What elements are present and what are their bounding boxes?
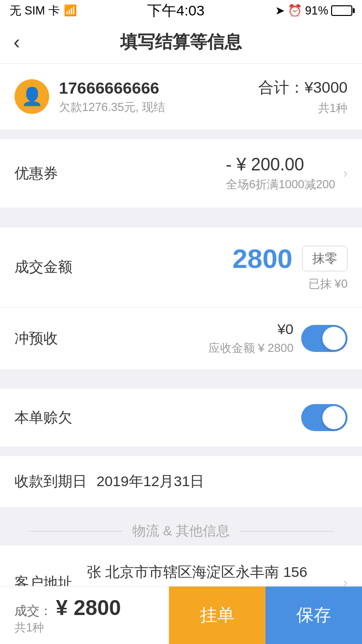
customer-phone: 17666666666 [59,79,165,98]
bottom-deal-label: 成交： [14,603,52,618]
nav-bar: ‹ 填写结算等信息 [0,21,362,64]
alarm-icon: ⏰ [288,4,302,17]
coupon-chevron-icon: › [343,166,348,181]
coupon-label: 优惠券 [14,164,58,183]
logistics-divider: 物流 & 其他信息 [0,517,362,546]
customer-right: 合计：¥3000 共1种 [258,77,348,116]
sim-label: 无 SIM 卡 [10,3,60,18]
customer-left: 👤 17666666666 欠款1276.35元, 现结 [14,79,165,115]
deal-right: 2800 抹零 已抹 ¥0 [232,243,348,292]
duedate-value: 2019年12月31日 [97,472,204,491]
prepay-right: ¥0 应收金额 ¥ 2800 [209,321,293,356]
coupon-right: - ¥ 200.00 全场6折满1000减200 › [226,154,348,192]
customer-info: 17666666666 欠款1276.35元, 现结 [59,79,165,115]
toggle-knob [322,327,346,350]
status-right: ➤ ⏰ 91% [275,4,352,17]
total-amount: 合计：¥3000 [258,77,348,98]
pending-button[interactable]: 挂单 [169,587,265,644]
prepay-amount: ¥0 [278,321,293,337]
back-button[interactable]: ‹ [14,31,20,53]
divider-1 [0,218,362,227]
battery-percent: 91% [305,4,328,17]
status-time: 下午4:03 [147,1,204,21]
coupon-discount: - ¥ 200.00 [226,154,335,175]
battery-icon [331,5,352,16]
avatar-icon: 👤 [21,86,43,107]
credit-toggle[interactable] [301,404,348,431]
customer-debt: 欠款1276.35元, 现结 [59,99,165,115]
deal-label: 成交金额 [14,257,72,277]
already-round: 已抹 ¥0 [232,276,348,292]
deal-value: 2800 [232,243,292,274]
bottom-left: 成交： ¥ 2800 共1种 [0,596,169,635]
prepay-label: 冲预收 [14,329,58,349]
status-bar: 无 SIM 卡 📶 下午4:03 ➤ ⏰ 91% [0,0,362,21]
avatar: 👤 [14,79,49,114]
prepay-right-wrap: ¥0 应收金额 ¥ 2800 [209,321,348,356]
credit-row: 本单赊欠 [0,389,362,447]
total-count: 共1种 [258,100,348,116]
coupon-value-wrap: - ¥ 200.00 全场6折满1000减200 [226,154,335,192]
page-title: 填写结算等信息 [120,30,242,54]
divider-2 [0,379,362,389]
round-button[interactable]: 抹零 [302,246,348,271]
duedate-row: 收款到期日 2019年12月31日 [0,456,362,507]
bottom-count: 共1种 [14,620,154,635]
prepay-row: 冲预收 ¥0 应收金额 ¥ 2800 [0,308,362,369]
deal-amount-row: 成交金额 2800 抹零 已抹 ¥0 [0,227,362,308]
amount-value-wrap: 2800 抹零 [232,243,348,274]
credit-label: 本单赊欠 [14,408,72,428]
coupon-row[interactable]: 优惠券 - ¥ 200.00 全场6折满1000减200 › [0,139,362,208]
coupon-desc: 全场6折满1000减200 [226,177,335,192]
prepay-toggle[interactable] [301,325,348,352]
location-icon: ➤ [275,4,285,17]
customer-row: 👤 17666666666 欠款1276.35元, 现结 合计：¥3000 共1… [0,64,362,129]
bottom-bar: 成交： ¥ 2800 共1种 挂单 保存 [0,586,362,644]
credit-toggle-knob [322,406,346,429]
amount-section: 成交金额 2800 抹零 已抹 ¥0 冲预收 ¥0 应收金额 ¥ 2800 [0,227,362,369]
bottom-price: ¥ 2800 [56,596,121,619]
duedate-label: 收款到期日 [14,472,87,491]
wifi-icon: 📶 [64,4,77,17]
save-button[interactable]: 保存 [265,587,362,644]
logistics-label: 物流 & 其他信息 [123,522,239,540]
bottom-deal-row: 成交： ¥ 2800 [14,596,154,620]
coupon-section: 优惠券 - ¥ 200.00 全场6折满1000减200 › [0,139,362,208]
status-left: 无 SIM 卡 📶 [10,3,77,18]
prepay-receivable: 应收金额 ¥ 2800 [209,340,293,356]
